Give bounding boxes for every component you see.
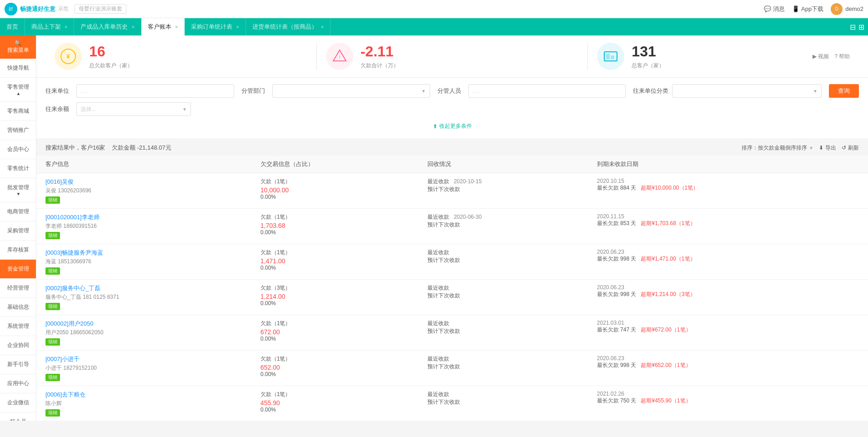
sidebar-item-retail-management[interactable]: 零售管理 ▲ [0,78,36,102]
customer-name-6[interactable]: [0006]去下粮仓 [45,391,242,399]
col-header-due: 到期未收款日期 [588,156,868,173]
manager-input[interactable]: ... [468,84,626,98]
filter-area: 往来单位 ... 分管部门 ▼ 分管人员 ... [36,78,868,138]
due-cell-3: 2020.06.23 最长欠款 998 天 超期¥1,214.00（3笔） [588,280,868,315]
debt-amount-1[interactable]: 1,703.68 [261,222,409,229]
sidebar-item-inventory[interactable]: 库存核算 [0,241,36,260]
user-avatar[interactable]: D demo2 [831,3,863,15]
next-collect-6: 预计下次收款 [427,398,579,406]
debt-cell-6: 欠款（1笔） 455.90 0.00% [251,386,418,421]
table-row: [0007]小进千 小进千 18279152100 现销 欠款（1笔） 652.… [36,351,868,386]
unit-cat-select[interactable]: ▼ [672,84,822,98]
close-tab-stock-stats[interactable]: × [321,24,324,30]
debt-amount-5[interactable]: 652.00 [261,364,409,371]
message-btn[interactable]: 💬 消息 [764,5,785,13]
overdue-amount-6[interactable]: 超期¥455.90（1笔） [641,397,691,404]
maximize-btn[interactable]: ⊞ [858,23,864,31]
tab-customer-ledger[interactable]: 客户账本 × [141,18,185,35]
customer-cell-4: [000002]用户2050 用户2050 18665062050 现销 [36,315,251,351]
sidebar-item-retail-shop[interactable]: 零售商城 [0,102,36,121]
table-row: [000002]用户2050 用户2050 18665062050 现销 欠款（… [36,315,868,351]
source-unit-input[interactable]: ... [76,84,234,98]
sidebar-item-enterprise[interactable]: 企业协同 [0,336,36,355]
sidebar-item-marketing[interactable]: 营销推广 [0,121,36,140]
overdue-amount-2[interactable]: 超期¥1,471.00（1笔） [641,256,695,262]
dept-select[interactable]: ▼ [272,84,430,98]
tab-stock-stats[interactable]: 进货单统计表（按商品） × [246,18,331,35]
debt-amount-6[interactable]: 455.90 [261,399,409,407]
tab-products[interactable]: 商品上下架 × [25,18,74,35]
search-button[interactable]: 查询 [829,84,859,98]
arrow-down-icon: ▼ [16,191,21,196]
close-tab-purchase[interactable]: × [236,24,239,30]
help-btn[interactable]: ? 帮助 [834,53,850,60]
sidebar-item-quick-nav[interactable]: 快捷导航 [0,59,36,78]
app-download-btn[interactable]: 📱 App下载 [792,5,823,13]
customer-name-5[interactable]: [0007]小进千 [45,355,242,363]
table-row: [0003]畅捷服务尹海蓝 海蓝 18513066976 现销 欠款（1笔） 1… [36,244,868,280]
customer-name-3[interactable]: [0002]服务中心_丁磊 [45,284,242,292]
last-collect-label-5: 最近收款 [427,355,579,363]
overdue-amount-5[interactable]: 超期¥652.00（1笔） [641,362,691,368]
sidebar-item-system[interactable]: 系统管理 [0,317,36,336]
customer-name-1[interactable]: [0001020001]李老师 [45,213,242,221]
company-selector[interactable]: 母婴行业演示账套 [75,4,126,14]
sidebar-item-members[interactable]: 会员中心 [0,140,36,159]
tabs-bar: 首页 商品上下架 × 产成品入库单历史 × 客户账本 × 采购订单统计表 × 进… [0,18,868,35]
sidebar-item-wholesale[interactable]: 批发管理 ▼ [0,178,36,202]
sidebar-item-member-plus[interactable]: 畅会员 [0,412,36,421]
tab-purchase-stats[interactable]: 采购订单统计表 × [185,18,246,35]
minimize-btn[interactable]: ⊟ [850,23,856,31]
customer-name-2[interactable]: [0003]畅捷服务尹海蓝 [45,249,242,257]
close-tab-products[interactable]: × [65,24,67,30]
unit-cat-chevron: ▼ [813,89,818,94]
tab-stock-history[interactable]: 产成品入库单历史 × [74,18,141,35]
tab-home[interactable]: 首页 [0,18,25,35]
overdue-amount-3[interactable]: 超期¥1,214.00（3笔） [641,291,695,297]
sidebar-item-wechat[interactable]: 企业微信 [0,393,36,412]
overdue-days-3: 最长欠款 998 天 超期¥1,214.00（3笔） [597,291,859,298]
overdue-amount-1[interactable]: 超期¥1,703.68（1笔） [641,220,695,226]
filter-manager: 分管人员 ... [437,84,626,98]
sidebar-item-finance[interactable]: 资金管理 [0,260,36,279]
customer-name-4[interactable]: [000002]用户2050 [45,320,242,328]
sidebar-item-operations[interactable]: 经营管理 [0,279,36,298]
debt-amount-0[interactable]: 10,000.00 [261,186,409,194]
download-icon: 📱 [792,5,799,12]
debt-customers-label: 总欠款客户（家） [89,62,133,70]
sidebar-item-apps[interactable]: 应用中心 [0,374,36,393]
debt-amount-3[interactable]: 1,214.00 [261,293,409,300]
sidebar-search[interactable]: 🔍 搜索菜单 [0,35,36,59]
close-tab-stock[interactable]: × [131,24,134,30]
export-btn[interactable]: ⬇ 导出 [819,144,836,152]
table-row: [0001020001]李老师 李老师 18600391516 现销 欠款（1笔… [36,209,868,244]
customer-badge-0: 现销 [45,196,60,204]
last-collect-label-6: 最近收款 [427,391,579,398]
sidebar-item-guide[interactable]: 新手引导 [0,355,36,374]
refresh-btn[interactable]: ↺ 刷新 [842,144,859,152]
sidebar-item-retail-stats[interactable]: 零售统计 [0,159,36,178]
debt-amount-4[interactable]: 672.00 [261,328,409,336]
debt-amount-2[interactable]: 1,471.00 [261,257,409,265]
close-tab-ledger[interactable]: × [175,24,178,30]
overdue-amount-0[interactable]: 超期¥10,000.00（1笔） [641,185,698,191]
sidebar-item-basic-info[interactable]: 基础信息 [0,298,36,317]
overdue-amount-4[interactable]: 超期¥672.00（1笔） [641,326,691,333]
sidebar-item-purchase[interactable]: 采购管理 [0,221,36,241]
customer-contact-5: 小进千 18279152100 [45,364,242,372]
last-collect-label-3: 最近收款 [427,284,579,292]
svg-rect-5 [606,54,610,59]
collapse-btn[interactable]: ⬆ 收起更多条件 [45,121,859,132]
sort-select[interactable]: 排序：按欠款金额倒序排序 ▼ [742,144,813,152]
debt-total-label: 欠款合计（万） [361,62,399,70]
customer-name-0[interactable]: [0016]吴俊 [45,178,242,186]
filter-unit-cat-label: 往来单位分类 [633,87,668,95]
customer-cell-5: [0007]小进千 小进千 18279152100 现销 [36,351,251,386]
video-btn[interactable]: ▶ 视频 [813,53,829,60]
table-row: [0006]去下粮仓 陈小辉 现销 欠款（1笔） 455.90 0.00% 最近… [36,386,868,421]
collection-cell-6: 最近收款 预计下次收款 [418,386,588,421]
overdue-days-2: 最长欠款 998 天 超期¥1,471.00（1笔） [597,255,859,263]
sidebar-item-ecommerce[interactable]: 电商管理 [0,202,36,221]
debt-desc-3: 欠款（3笔） [261,284,409,292]
balance-select[interactable]: 选择... ▼ [76,102,191,116]
